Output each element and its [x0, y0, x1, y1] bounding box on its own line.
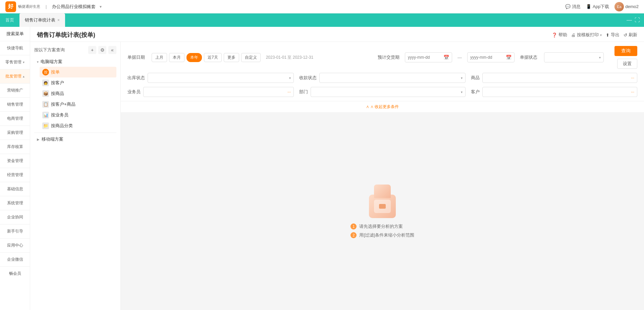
help-button[interactable]: ❓ 帮助 [552, 32, 567, 38]
left-panel-icons: + ⚙ « [88, 46, 116, 54]
predicted-date-end[interactable]: 📅 [467, 52, 515, 62]
sidebar-item-appstore[interactable]: 应用中心 [0, 239, 30, 253]
last-month-btn[interactable]: 上月 [152, 53, 167, 62]
empty-state: 1 请先选择要分析的方案 2 用[过滤]条件来缩小分析范围 [121, 113, 644, 310]
settings-button[interactable]: 设置 [617, 59, 637, 69]
by-goods-icon: 📦 [42, 90, 49, 97]
predicted-date-end-input[interactable] [470, 55, 504, 60]
tree-item-label: 按客户+商品 [51, 101, 75, 107]
main: 搜索菜单 快捷导航 零售管理 ▾ 批发管理 ▴ 营销推广 销售管理 电商管理 采… [0, 27, 644, 310]
collapse-panel-button[interactable]: « [108, 46, 116, 54]
sidebar-item-sales[interactable]: 销售管理 [0, 98, 30, 112]
sidebar-item-operation[interactable]: 经营管理 [0, 168, 30, 182]
more-btn[interactable]: 更多 [224, 53, 239, 62]
ship-status-label: 出库状态 [127, 75, 145, 81]
empty-hint-1: 1 请先选择要分析的方案 [351, 223, 414, 229]
sidebar-item-corp[interactable]: 企业协同 [0, 210, 30, 224]
sidebar-item-retail[interactable]: 零售管理 ▾ [0, 55, 30, 69]
tree-item-label: 按商品分类 [51, 123, 73, 129]
ship-status-select[interactable]: ▾ [148, 73, 294, 83]
tab-close-icon[interactable]: × [57, 18, 60, 22]
refresh-button[interactable]: ↺ 刷新 [624, 32, 637, 38]
hint-num-2: 2 [351, 232, 357, 238]
empty-box-head [374, 185, 391, 198]
state-select[interactable]: ▾ [544, 52, 604, 62]
collapse-bar[interactable]: ∧ ∧ 收起更多条件 [121, 101, 644, 113]
salesman-label: 业务员 [127, 89, 141, 95]
user-profile[interactable]: Ea demo2 [614, 2, 639, 11]
mobile-scheme-header[interactable]: ▶ 移动端方案 [34, 134, 116, 144]
topbar-title-arrow[interactable]: ▾ [100, 4, 102, 9]
message-button[interactable]: 💬 消息 [565, 4, 581, 10]
goods-more-button[interactable]: ··· [631, 75, 634, 80]
tree-item-by-goods[interactable]: 📦 按商品 [40, 88, 116, 99]
sidebar-item-wholesale[interactable]: 批发管理 ▴ [0, 69, 30, 84]
tab-active[interactable]: 销售订单统计表 × [19, 13, 65, 27]
sidebar-item-finance[interactable]: 资金管理 [0, 154, 30, 168]
tree-item-by-customer-goods[interactable]: 📋 按客户+商品 [40, 99, 116, 110]
tab-home[interactable]: 首页 [0, 13, 19, 27]
goods-filter: 商品 ··· [471, 73, 637, 83]
sidebar-item-ecommerce[interactable]: 电商管理 [0, 112, 30, 126]
tab-actions: — ⛶ [623, 17, 644, 23]
pay-status-select[interactable]: ▾ [319, 73, 466, 83]
filter-area: 单据日期 上月 本月 本年 近7天 更多 自定义 2023-01-01 至 20… [121, 42, 644, 101]
customer-filter: 客户 ··· [471, 87, 637, 97]
logo-text: 畅捷通好生意 [18, 4, 40, 9]
ship-select-arrow: ▾ [289, 76, 291, 80]
custom-btn[interactable]: 自定义 [241, 53, 261, 62]
refresh-icon: ↺ [624, 33, 627, 38]
dept-label: 部门 [299, 89, 308, 95]
pay-status-label: 收款状态 [299, 75, 317, 81]
last7days-btn[interactable]: 近7天 [204, 53, 222, 62]
sidebar-item-purchase[interactable]: 采购管理 [0, 126, 30, 140]
query-button[interactable]: 查询 [614, 46, 637, 56]
current-year-btn[interactable]: 本年 [186, 53, 202, 62]
sidebar-item-corpwechat[interactable]: 企业微信 [0, 253, 30, 267]
left-panel-header: 按以下方案查询 + ⚙ « [34, 46, 116, 54]
customer-more-button[interactable]: ··· [631, 90, 634, 94]
salesman-more-button[interactable]: ··· [287, 90, 291, 94]
export-button[interactable]: ⬆ 导出 [606, 32, 620, 38]
maximize-button[interactable]: ⛶ [635, 17, 640, 23]
tree-item-by-customer[interactable]: 🧑 按客户 [40, 78, 116, 88]
logo-icon: 好 [5, 1, 16, 12]
minimize-button[interactable]: — [627, 17, 632, 23]
pc-scheme-header[interactable]: ▾ 电脑端方案 [34, 57, 116, 67]
current-month-btn[interactable]: 本月 [169, 53, 184, 62]
state-select-arrow: ▾ [599, 56, 601, 59]
sidebar-item-member[interactable]: 畅会员 [0, 267, 30, 280]
tree-item-by-category[interactable]: 📁 按商品分类 [40, 120, 116, 131]
tree-item-by-salesman[interactable]: 📊 按业务员 [40, 110, 116, 120]
print-button[interactable]: 🖨 按模板打印 ▾ [571, 32, 602, 38]
topbar: 好 畅捷通好生意 | 办公用品行业模拟账套 ▾ 💬 消息 📱 App下载 Ea … [0, 0, 644, 13]
app-download-button[interactable]: 📱 App下载 [586, 4, 609, 10]
settings-scheme-button[interactable]: ⚙ [98, 46, 106, 54]
dept-select-arrow: ▾ [461, 90, 463, 94]
sidebar-item-search[interactable]: 搜索菜单 [0, 27, 30, 41]
chevron-up-icon: ▴ [23, 74, 24, 78]
predicted-date-start[interactable]: 📅 [405, 52, 452, 62]
sidebar-item-inventory[interactable]: 库存核算 [0, 140, 30, 154]
avatar: Ea [614, 2, 624, 11]
pc-scheme-label: 电脑端方案 [41, 59, 62, 65]
tree-item-by-order[interactable]: 按 按单 [40, 67, 116, 78]
date-filter-label: 单据日期 [127, 54, 146, 60]
tree-item-label: 按单 [51, 69, 60, 75]
tabbar: 首页 销售订单统计表 × — ⛶ [0, 13, 644, 27]
calendar-icon: 📅 [443, 55, 449, 60]
sidebar-item-newbie[interactable]: 新手引导 [0, 224, 30, 239]
salesman-filter: 业务员 ··· [127, 87, 294, 97]
add-scheme-button[interactable]: + [88, 46, 96, 54]
sidebar-item-nav[interactable]: 快捷导航 [0, 41, 30, 55]
sidebar-item-marketing[interactable]: 营销推广 [0, 84, 30, 98]
sidebar-item-system[interactable]: 系统管理 [0, 196, 30, 210]
print-arrow-icon: ▾ [600, 33, 602, 37]
left-panel: 按以下方案查询 + ⚙ « ▾ 电脑端方案 按 按单 [30, 42, 121, 310]
help-icon: ❓ [552, 33, 557, 38]
sidebar-item-base[interactable]: 基础信息 [0, 182, 30, 196]
dept-select[interactable]: ▾ [311, 87, 466, 97]
date-separator: — [458, 55, 462, 60]
predicted-date-start-input[interactable] [408, 55, 441, 60]
content: 销售订单统计表(按单) ❓ 帮助 🖨 按模板打印 ▾ ⬆ 导出 ↺ 刷新 [30, 27, 644, 310]
